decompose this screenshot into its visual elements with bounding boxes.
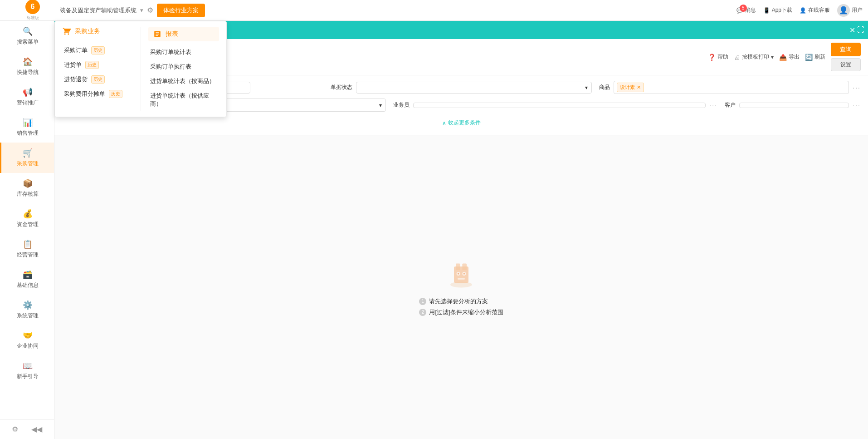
- history-badge-receipt: 历史: [85, 61, 99, 69]
- purchase-biz-header: 采购业务: [62, 27, 133, 39]
- reports-header: 报表: [148, 27, 219, 41]
- menu-item-purchase-order[interactable]: 采购订单 历史: [62, 43, 133, 58]
- menu-item-purchase-order-exec-label: 采购订单执行表: [150, 63, 191, 71]
- history-badge-purchase-order: 历史: [91, 46, 105, 54]
- menu-item-purchase-return-label: 进货退货: [64, 75, 88, 84]
- purchase-dropdown-menu: 采购业务 采购订单 历史 进货单 历史 进货退货 历史 采购费用分摊单 历史 报…: [54, 21, 227, 117]
- menu-item-receipt-stats-supplier[interactable]: 进货单统计表（按供应商）: [148, 89, 219, 111]
- menu-item-purchase-receipt-label: 进货单: [64, 61, 82, 69]
- menu-item-receipt-stats-goods-label: 进货单统计表（按商品）: [150, 77, 215, 85]
- menu-item-purchase-expense-label: 采购费用分摊单: [64, 90, 105, 98]
- menu-item-purchase-return[interactable]: 进货退货 历史: [62, 72, 133, 87]
- purchase-biz-column: 采购业务 采购订单 历史 进货单 历史 进货退货 历史 采购费用分摊单 历史: [55, 27, 141, 111]
- purchase-biz-title: 采购业务: [75, 27, 100, 35]
- reports-column: 报表 采购订单统计表 采购订单执行表 进货单统计表（按商品） 进货单统计表（按供…: [141, 27, 227, 111]
- reports-title: 报表: [166, 30, 178, 38]
- menu-item-purchase-order-label: 采购订单: [64, 46, 88, 54]
- history-badge-return: 历史: [91, 75, 105, 84]
- menu-item-purchase-order-stats[interactable]: 采购订单统计表: [148, 45, 219, 59]
- menu-item-purchase-order-stats-label: 采购订单统计表: [150, 48, 191, 56]
- purchase-biz-header-icon: [62, 27, 71, 36]
- menu-item-receipt-stats-goods[interactable]: 进货单统计表（按商品）: [148, 74, 219, 89]
- menu-item-purchase-expense[interactable]: 采购费用分摊单 历史: [62, 87, 133, 101]
- menu-item-purchase-receipt[interactable]: 进货单 历史: [62, 58, 133, 72]
- menu-item-receipt-stats-supplier-label: 进货单统计表（按供应商）: [150, 92, 218, 108]
- reports-header-icon: [153, 30, 162, 39]
- history-badge-expense: 历史: [109, 90, 122, 98]
- menu-item-purchase-order-exec[interactable]: 采购订单执行表: [148, 59, 219, 74]
